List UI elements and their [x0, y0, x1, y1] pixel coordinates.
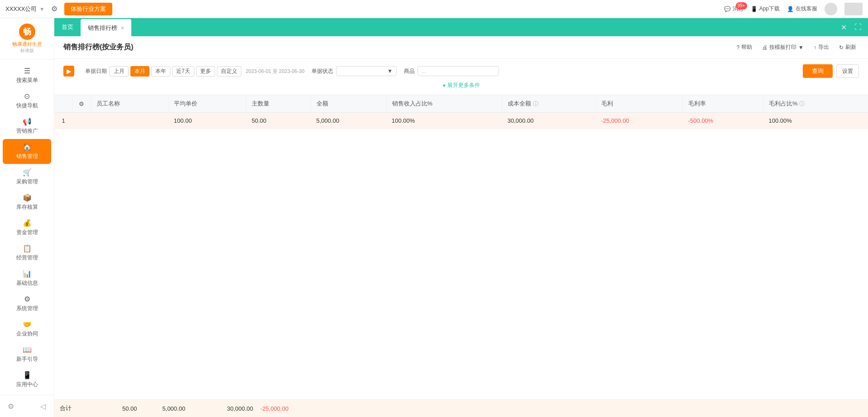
this-year-btn[interactable]: 本年: [151, 66, 170, 77]
col-gross-pct: 毛利占比% ⓘ: [763, 95, 868, 113]
sidebar-item-purchase[interactable]: 🛒 采购管理: [3, 164, 51, 189]
settings-icon-btn[interactable]: ⚙: [48, 3, 61, 15]
export-btn[interactable]: ↑ 导出: [811, 42, 832, 53]
sidebar: 畅 畅康通好生意 标准版 ☰ 搜索菜单 ⊙ 快捷导航 📢 营销推广 🏠 销售: [0, 18, 54, 417]
trial-button[interactable]: 体验行业方案: [64, 3, 112, 15]
filter-toggle-arrow[interactable]: ▶: [63, 66, 74, 77]
filter-goods: 商品 ...: [404, 66, 499, 76]
sidebar-item-basic[interactable]: 📊 基础信息: [3, 266, 51, 291]
query-button[interactable]: 查询: [803, 64, 833, 78]
tab-fullscreen-btn[interactable]: ⛶: [852, 21, 864, 34]
footer-gross: -25,000.00: [260, 405, 288, 412]
print-btn[interactable]: 🖨 按模板打印 ▼: [759, 42, 806, 53]
gross-pct-help-icon[interactable]: ⓘ: [799, 101, 805, 107]
sidebar-item-finance[interactable]: 💰 资金管理: [3, 215, 51, 240]
online-service-btn[interactable]: 👤 在线客服: [787, 5, 817, 13]
status-select-dropdown-icon: ▼: [387, 68, 393, 74]
more-btn[interactable]: 更多: [196, 66, 215, 77]
sidebar-item-marketing[interactable]: 📢 营销推广: [3, 114, 51, 139]
tab-bar-right: ✕ ⛶: [837, 21, 868, 34]
message-badge: 99+: [736, 2, 747, 10]
company-selector[interactable]: XXXXX公司 ▼: [5, 5, 44, 13]
sidebar-item-sales-label: 销售管理: [16, 153, 38, 160]
filter-settings-btn[interactable]: 设置: [836, 64, 859, 78]
sidebar-nav: ☰ 搜索菜单 ⊙ 快捷导航 📢 营销推广 🏠 销售管理 🛒 采购管理 📦 库: [0, 60, 54, 395]
sidebar-item-corp-label: 企业协同: [16, 330, 38, 338]
company-dropdown-icon: ▼: [39, 6, 44, 12]
filter-status: 单据状态 ▼: [312, 66, 397, 76]
sidebar-item-purchase-label: 采购管理: [16, 178, 38, 186]
sidebar-settings-btn[interactable]: ⚙: [4, 399, 18, 413]
sales-icon: 🏠: [23, 143, 32, 151]
footer-cost: 30,000.00: [227, 405, 253, 412]
sidebar-item-inventory-label: 库存核算: [16, 203, 38, 211]
refresh-btn[interactable]: ↻ 刷新: [836, 42, 859, 53]
tab-bar: 首页 销售排行榜 × ✕ ⛶: [54, 18, 868, 36]
sidebar-collapse-btn[interactable]: ◁: [36, 399, 50, 413]
help-btn[interactable]: ? 帮助: [734, 42, 755, 53]
tab-close-icon[interactable]: ×: [121, 25, 124, 31]
goods-input[interactable]: ...: [417, 66, 499, 76]
cell-gross-rate: -500.00%: [683, 113, 763, 129]
user-name-placeholder: [844, 3, 863, 15]
sidebar-item-system-label: 系统管理: [16, 305, 38, 312]
service-icon: 👤: [787, 6, 794, 12]
query-actions: 查询 设置: [803, 64, 859, 78]
help-icon: ?: [736, 44, 739, 51]
filter-area: ▶ 单据日期 上月 本月 本年 近7天 更多 自定义 2023-06-01 至 …: [54, 59, 868, 95]
tab-home-label: 首页: [62, 23, 73, 31]
col-qty: 主数量: [246, 95, 311, 113]
corp-icon: 🤝: [23, 320, 32, 329]
expand-area: ▾ 展开更多条件: [63, 81, 859, 89]
sidebar-item-guide-label: 新手引导: [16, 355, 38, 363]
sidebar-item-operation[interactable]: 📋 经营管理: [3, 240, 51, 265]
table-row: 1 100.00 50.00 5,000.00 100.00% 30,000.0…: [54, 113, 868, 129]
cell-gross-pct: 100.00%: [763, 113, 868, 129]
expand-more-btn[interactable]: ▾ 展开更多条件: [443, 81, 480, 89]
sidebar-item-sales[interactable]: 🏠 销售管理: [3, 139, 51, 164]
tab-home[interactable]: 首页: [54, 18, 81, 36]
footer-qty: 50.00: [122, 405, 137, 412]
sidebar-item-corp[interactable]: 🤝 企业协同: [3, 316, 51, 341]
top-bar: XXXXX公司 ▼ ⚙ 体验行业方案 💬 消息 99+ 📱 App下载 👤 在线…: [0, 0, 868, 18]
table-header-row: ⚙ 员工名称 平均单价 主数量 全额 销售收入占比% 成本全额 ⓘ 毛利 毛利率: [54, 95, 868, 113]
cell-gross: -25,000.00: [595, 113, 682, 129]
sidebar-item-app-label: 应用中心: [16, 381, 38, 388]
purchase-icon: 🛒: [23, 168, 32, 177]
message-btn[interactable]: 💬 消息 99+: [724, 5, 743, 13]
app-download-btn[interactable]: 📱 App下载: [751, 5, 780, 13]
tab-close-window-btn[interactable]: ✕: [837, 21, 850, 34]
sidebar-item-system[interactable]: ⚙ 系统管理: [3, 291, 51, 316]
sidebar-item-guide[interactable]: 📖 新手引导: [3, 342, 51, 367]
cell-avg-price: 100.00: [168, 113, 246, 129]
footer-label: 合计: [60, 404, 72, 412]
sidebar-item-operation-label: 经营管理: [16, 254, 38, 262]
last7days-btn[interactable]: 近7天: [172, 66, 194, 77]
tab-sales-rank-label: 销售排行榜: [88, 24, 117, 32]
cost-help-icon[interactable]: ⓘ: [533, 101, 538, 107]
sidebar-item-finance-label: 资金管理: [16, 229, 38, 236]
sidebar-item-inventory[interactable]: 📦 库存核算: [3, 190, 51, 215]
sidebar-item-app[interactable]: 📱 应用中心: [3, 367, 51, 392]
custom-btn[interactable]: 自定义: [217, 66, 241, 77]
logo-icon: 畅: [19, 24, 35, 40]
sidebar-item-shortcut[interactable]: ⊙ 快捷导航: [3, 88, 51, 113]
status-select[interactable]: ▼: [336, 66, 397, 76]
last-month-btn[interactable]: 上月: [110, 66, 129, 77]
cell-qty: 50.00: [246, 113, 311, 129]
col-num: [54, 95, 72, 113]
this-month-btn[interactable]: 本月: [130, 66, 149, 77]
table-footer: 合计 50.00 5,000.00 30,000.00 -25,000.00: [54, 399, 868, 417]
tab-sales-rank[interactable]: 销售排行榜 ×: [81, 19, 131, 37]
goods-filter-label: 商品: [404, 67, 415, 75]
sidebar-item-search[interactable]: ☰ 搜索菜单: [3, 63, 51, 88]
table-wrapper: ⚙ 员工名称 平均单价 主数量 全额 销售收入占比% 成本全额 ⓘ 毛利 毛利率: [54, 95, 868, 399]
sidebar-item-search-label: 搜索菜单: [16, 77, 38, 84]
layout: 畅 畅康通好生意 标准版 ☰ 搜索菜单 ⊙ 快捷导航 📢 营销推广 🏠 销售: [0, 18, 868, 417]
operation-icon: 📋: [23, 244, 32, 253]
finance-icon: 💰: [23, 219, 32, 227]
avatar[interactable]: [825, 3, 837, 15]
footer-amount: 5,000.00: [163, 405, 186, 412]
print-icon: 🖨: [762, 44, 767, 51]
col-settings[interactable]: ⚙: [72, 95, 91, 113]
